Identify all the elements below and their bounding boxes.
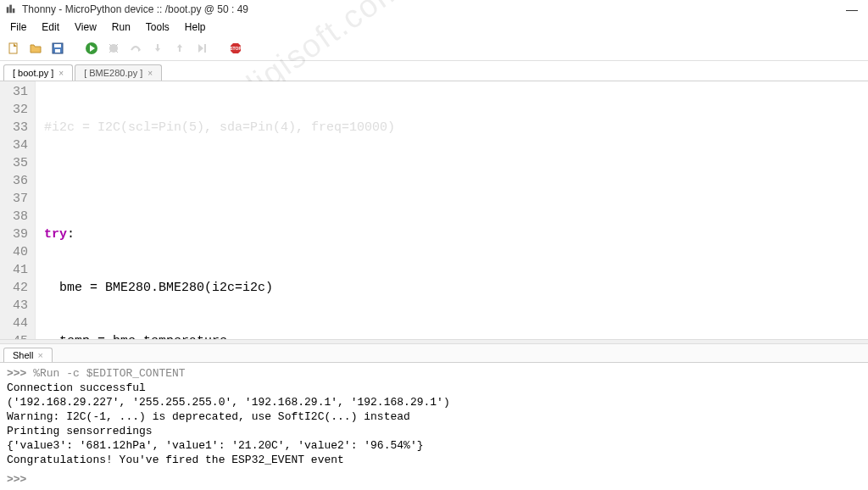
step-over-button[interactable] — [127, 40, 144, 57]
menu-edit[interactable]: Edit — [35, 19, 66, 35]
editor-tabs: [ boot.py ] × [ BME280.py ] × — [0, 61, 868, 81]
new-file-button[interactable] — [5, 40, 22, 57]
shell-output: ('192.168.29.227', '255.255.255.0', '192… — [7, 395, 861, 409]
app-icon — [5, 3, 17, 17]
menu-help[interactable]: Help — [178, 19, 213, 35]
close-icon[interactable]: × — [147, 69, 153, 78]
toolbar: STOP — [0, 36, 868, 61]
shell-output: Congratulations! You've fired the ESP32_… — [7, 453, 861, 467]
shell-output: Printing sensorredings — [7, 424, 861, 438]
window-title: Thonny - MicroPython device :: /boot.py … — [22, 3, 248, 15]
shell-panel[interactable]: >>> %Run -c $EDITOR_CONTENT Connection s… — [0, 363, 868, 490]
step-out-button[interactable] — [171, 40, 188, 57]
tab-boot-py[interactable]: [ boot.py ] × — [3, 64, 73, 81]
close-icon[interactable]: × — [58, 69, 64, 78]
svg-rect-0 — [7, 7, 9, 13]
keyword: try — [44, 227, 67, 242]
stop-button[interactable]: STOP — [227, 40, 244, 57]
shell-output: {'value3': '681.12hPa', 'value1': '21.20… — [7, 438, 861, 453]
shell-output: Connection successful — [7, 381, 861, 395]
svg-rect-9 — [204, 44, 206, 53]
menubar: File Edit View Run Tools Help — [0, 19, 868, 36]
resume-button[interactable] — [193, 40, 210, 57]
code-line: temp = bme.temperature — [44, 332, 532, 339]
close-icon[interactable]: × — [37, 350, 42, 360]
svg-rect-3 — [9, 43, 17, 53]
svg-rect-6 — [55, 49, 60, 53]
menu-file[interactable]: File — [3, 19, 33, 35]
svg-rect-2 — [13, 8, 15, 13]
shell-command: %Run -c $EDITOR_CONTENT — [33, 367, 185, 380]
open-file-button[interactable] — [27, 40, 44, 57]
shell-output: Warning: I2C(-1, ...) is deprecated, use… — [7, 409, 861, 424]
code-line: bme = BME280.BME280(i2c=i2c) — [44, 279, 532, 297]
svg-rect-5 — [54, 44, 61, 47]
menu-view[interactable]: View — [68, 19, 103, 35]
code-editor[interactable]: 31323334 35363738 39404142 43444546 #i2c… — [0, 81, 868, 339]
prompt: >>> — [7, 473, 26, 486]
tab-label: [ BME280.py ] — [84, 68, 142, 78]
step-into-button[interactable] — [149, 40, 166, 57]
code-area[interactable]: #i2c = I2C(scl=Pin(5), sda=Pin(4), freq=… — [36, 81, 532, 339]
svg-text:STOP: STOP — [230, 46, 242, 51]
shell-tabs: Shell × — [0, 344, 868, 363]
line-gutter: 31323334 35363738 39404142 43444546 — [0, 81, 36, 339]
save-button[interactable] — [49, 40, 66, 57]
svg-rect-1 — [9, 4, 12, 13]
tab-label: [ boot.py ] — [13, 68, 53, 78]
titlebar: Thonny - MicroPython device :: /boot.py … — [0, 0, 868, 19]
tab-bme280-py[interactable]: [ BME280.py ] × — [75, 64, 162, 81]
menu-run[interactable]: Run — [105, 19, 137, 35]
debug-button[interactable] — [105, 40, 122, 57]
tab-shell[interactable]: Shell × — [3, 348, 53, 362]
code-line: #i2c = I2C(scl=Pin(5), sda=Pin(4), freq=… — [44, 120, 395, 135]
tab-label: Shell — [13, 350, 33, 360]
run-button[interactable] — [83, 40, 100, 57]
menu-tools[interactable]: Tools — [139, 19, 176, 35]
minimize-button[interactable]: — — [846, 3, 858, 16]
prompt: >>> — [7, 367, 33, 380]
